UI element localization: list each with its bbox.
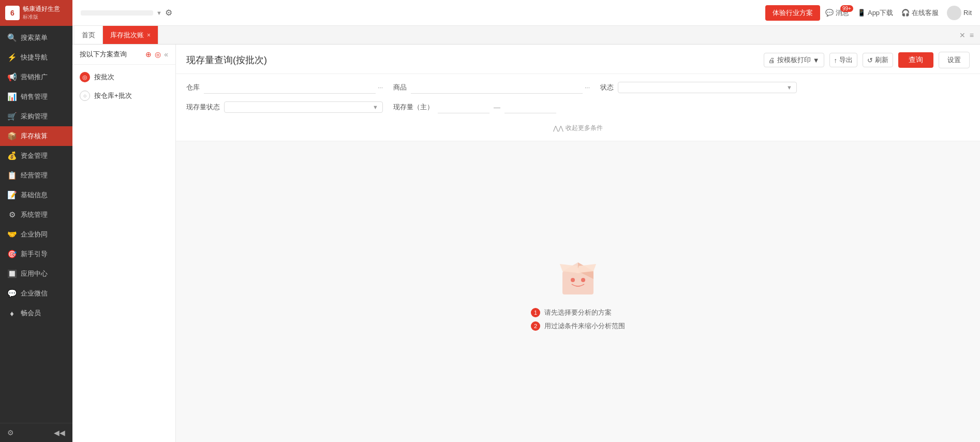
sidebar-label-finance: 资金管理 (21, 151, 48, 160)
sidebar-item-sales[interactable]: 📊 销售管理 (0, 87, 72, 107)
table-area: 1 请先选择要分析的方案 2 用过滤条件来缩小分析范围 (176, 141, 980, 442)
tab-close-icon[interactable]: × (147, 32, 151, 39)
tab-bar: 首页 库存批次账 × ✕ ≡ (72, 26, 980, 45)
stock-amount-dash: — (489, 104, 504, 111)
sidebar-item-appstore[interactable]: 🔲 应用中心 (0, 264, 72, 284)
scheme-item-batch[interactable]: ◎ 按批次 (72, 68, 175, 86)
sidebar-label-system: 系统管理 (21, 210, 48, 219)
right-panel: 现存量查询(按批次) 🖨 按模板打印 ▼ ↑ 导出 ↺ 刷新 (176, 45, 980, 442)
empty-tip-1: 1 请先选择要分析的方案 (531, 308, 625, 317)
footer-collapse-icon[interactable]: ◀◀ (54, 429, 65, 437)
sidebar-label-sales: 销售管理 (21, 92, 48, 101)
batch-scheme-icon: ◎ (80, 72, 90, 82)
sidebar-item-search[interactable]: 🔍 搜索菜单 (0, 28, 72, 48)
add-scheme-icon[interactable]: ⊕ (145, 50, 152, 58)
empty-tips: 1 请先选择要分析的方案 2 用过滤条件来缩小分析范围 (531, 308, 625, 331)
product-filter: 商品 ··· (393, 81, 590, 94)
warehouse-input[interactable] (204, 81, 376, 94)
warehouse-label: 仓库 (186, 83, 200, 92)
sidebar-item-newbie[interactable]: 🎯 新手引导 (0, 244, 72, 264)
warehouse-batch-scheme-label: 按仓库+批次 (94, 91, 132, 100)
marketing-icon: 📢 (7, 72, 17, 82)
app-version: 标准版 (23, 13, 60, 21)
stock-status-label: 现存量状态 (186, 102, 220, 112)
app-name: 畅康通好生意 (23, 5, 60, 13)
sidebar-item-enterprise[interactable]: 🤝 企业协同 (0, 225, 72, 244)
sidebar-item-marketing[interactable]: 📢 营销推广 (0, 67, 72, 87)
refresh-btn[interactable]: ↺ 刷新 (863, 53, 893, 67)
warehouse-more-icon[interactable]: ··· (378, 84, 383, 91)
export-btn[interactable]: ↑ 导出 (829, 53, 858, 67)
breadcrumb-area: ▼ ⚙ (81, 8, 760, 18)
status-filter: 状态 ▼ (600, 82, 797, 93)
sidebar-item-member[interactable]: ♦ 畅会员 (0, 303, 72, 323)
product-more-icon[interactable]: ··· (585, 84, 590, 91)
collapse-up-icon: ⋀⋀ (553, 125, 563, 132)
sidebar-item-inventory[interactable]: 📦 库存核算 (0, 126, 72, 146)
user-area[interactable]: Rit (947, 6, 972, 20)
query-btn[interactable]: 查询 (898, 52, 933, 68)
collapse-left-icon[interactable]: « (164, 50, 168, 58)
sidebar-item-shortcut[interactable]: ⚡ 快捷导航 (0, 48, 72, 67)
product-input[interactable] (411, 81, 583, 94)
stock-amount-label: 现存量（主） (393, 102, 434, 112)
sidebar-label-search: 搜索菜单 (21, 33, 48, 42)
status-select[interactable]: ▼ (618, 82, 797, 93)
username: Rit (963, 9, 972, 17)
warehouse-batch-scheme-icon: ○ (80, 91, 90, 101)
stock-amount-from[interactable] (438, 101, 489, 113)
scheme-item-warehouse-batch[interactable]: ○ 按仓库+批次 (72, 86, 175, 105)
experience-btn[interactable]: 体验行业方案 (765, 5, 820, 21)
warehouse-filter: 仓库 ··· (186, 81, 383, 94)
tip-num-2: 2 (531, 321, 540, 331)
wechat-icon: 💬 (7, 289, 17, 298)
left-panel-header: 按以下方案查询 ⊕ ◎ « (72, 45, 175, 65)
sidebar-label-inventory: 库存核算 (21, 131, 48, 141)
finance-icon: 💰 (7, 151, 17, 160)
tab-inventory-batch-label: 库存批次账 (110, 31, 144, 40)
print-btn[interactable]: 🖨 按模板打印 ▼ (764, 53, 824, 67)
tip-num-1: 1 (531, 308, 540, 317)
tab-home[interactable]: 首页 (75, 26, 103, 44)
left-panel-actions: ⊕ ◎ « (145, 50, 168, 58)
sidebar-item-purchase[interactable]: 🛒 采购管理 (0, 107, 72, 126)
page-header-actions: 🖨 按模板打印 ▼ ↑ 导出 ↺ 刷新 查询 设置 (764, 52, 970, 68)
main-area: ▼ ⚙ 体验行业方案 💬 消息 99+ 📱 App下载 🎧 在线客服 Rit (72, 0, 980, 442)
status-label: 状态 (600, 83, 614, 92)
system-icon: ⚙ (7, 210, 17, 219)
collapse-btn[interactable]: ⋀⋀ 收起更多条件 (553, 124, 603, 132)
sales-icon: 📊 (7, 92, 17, 101)
sidebar-label-basic: 基础信息 (21, 190, 48, 200)
scheme-settings-icon[interactable]: ◎ (155, 50, 161, 58)
sidebar-item-basic[interactable]: 📝 基础信息 (0, 185, 72, 205)
stock-amount-to[interactable] (504, 101, 556, 113)
app-download-btn[interactable]: 📱 App下载 (857, 8, 893, 18)
sidebar-label-member: 畅会员 (21, 308, 41, 318)
sidebar-item-operation[interactable]: 📋 经营管理 (0, 166, 72, 185)
tab-more-icon[interactable]: ≡ (970, 31, 974, 39)
refresh-icon: ↺ (867, 56, 873, 64)
messages-btn[interactable]: 💬 消息 99+ (825, 8, 849, 18)
sidebar-label-appstore: 应用中心 (21, 269, 48, 278)
refresh-label: 刷新 (875, 55, 888, 65)
online-service-btn[interactable]: 🎧 在线客服 (901, 8, 939, 18)
sidebar-item-wechat[interactable]: 💬 企业微信 (0, 284, 72, 303)
message-icon: 💬 (825, 9, 834, 17)
settings-btn[interactable]: 设置 (939, 52, 970, 68)
sidebar-label-enterprise: 企业协同 (21, 230, 48, 239)
app-logo: 6 (5, 6, 20, 20)
sidebar-item-finance[interactable]: 💰 资金管理 (0, 146, 72, 166)
empty-tip-2: 2 用过滤条件来缩小分析范围 (531, 321, 625, 331)
sidebar-header: 6 畅康通好生意 标准版 (0, 0, 72, 26)
tab-inventory-batch[interactable]: 库存批次账 × (103, 26, 158, 44)
footer-settings-icon[interactable]: ⚙ (7, 429, 14, 437)
scheme-list: ◎ 按批次 ○ 按仓库+批次 (72, 65, 175, 108)
left-panel-title: 按以下方案查询 (80, 50, 127, 59)
tab-close-action-icon[interactable]: ✕ (959, 31, 966, 39)
page-title: 现存量查询(按批次) (186, 54, 267, 66)
stock-status-select[interactable]: ▼ (224, 101, 383, 113)
dropdown-icon[interactable]: ▼ (156, 10, 162, 16)
sidebar-item-system[interactable]: ⚙ 系统管理 (0, 205, 72, 225)
topbar-settings-icon[interactable]: ⚙ (165, 8, 172, 18)
headset-icon: 🎧 (901, 9, 910, 17)
